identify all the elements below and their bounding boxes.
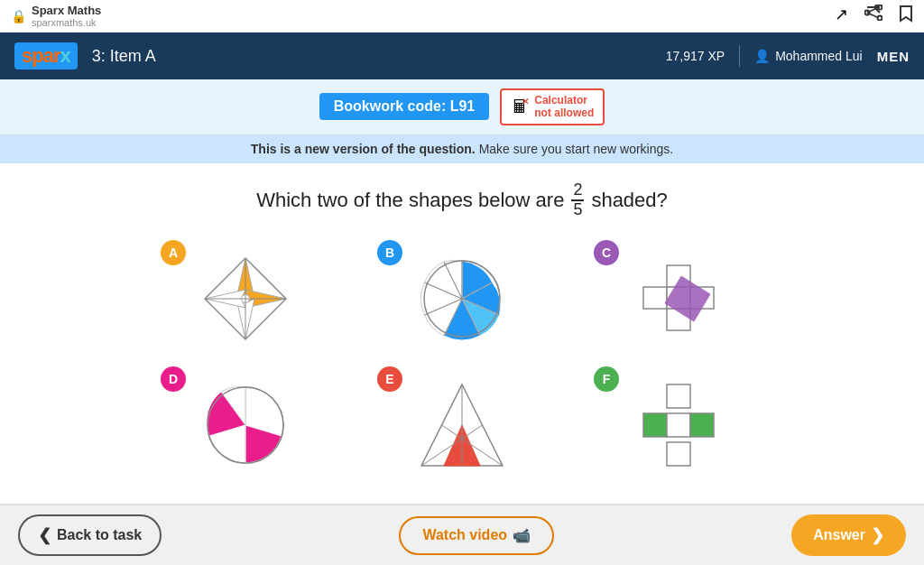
shape-b[interactable]: B [363, 240, 561, 348]
shape-a[interactable]: A [146, 240, 345, 348]
svg-rect-38 [690, 413, 714, 437]
navbar-right: 17,917 XP 👤 Mohammed Lui MEN [666, 45, 910, 67]
main-content: Which two of the shapes below are 2 5 sh… [0, 163, 924, 524]
shapes-grid: A B [146, 240, 778, 475]
calculator-status: Calculator not allowed [534, 94, 594, 120]
shape-label-d: D [161, 366, 186, 392]
lock-icon: 🔒 [11, 9, 26, 23]
shape-e[interactable]: E [363, 366, 561, 475]
fraction: 2 5 [571, 181, 584, 219]
question-part2: shaded? [591, 189, 667, 212]
arrow-left-icon: ❮ [38, 525, 51, 545]
shape-f[interactable]: F [579, 366, 778, 475]
info-bar: This is a new version of the question. M… [0, 134, 924, 163]
shape-label-b: B [377, 240, 402, 265]
user-icon: 👤 [754, 49, 770, 63]
svg-rect-23 [643, 287, 667, 309]
status-bar: 🔒 Sparx Maths sparxmaths.uk ↗ [0, 0, 924, 32]
shape-c-svg [629, 249, 728, 348]
arrow-right-icon: ❯ [871, 525, 884, 545]
navbar-left: sparx 3: Item A [14, 42, 156, 69]
shape-e-svg [412, 375, 512, 475]
app-url: sparxmaths.uk [32, 17, 101, 28]
svg-rect-35 [667, 384, 690, 408]
svg-rect-39 [667, 442, 690, 466]
bookmark-icon[interactable] [899, 5, 913, 27]
video-icon: 📹 [513, 527, 531, 544]
svg-point-2 [878, 16, 882, 21]
xp-display: 17,917 XP [666, 49, 725, 63]
back-to-task-button[interactable]: ❮ Back to task [18, 514, 162, 556]
share-icon[interactable]: ↗ [835, 5, 848, 27]
sparx-logo: sparx [14, 42, 78, 69]
menu-button[interactable]: MEN [877, 49, 910, 64]
bottom-bar: ❮ Back to task Watch video 📹 Answer ❯ [0, 504, 924, 565]
question-text: Which two of the shapes below are 2 5 sh… [18, 181, 906, 219]
shape-d[interactable]: D [146, 366, 345, 475]
navbar: sparx 3: Item A 17,917 XP 👤 Mohammed Lui… [0, 32, 924, 79]
shape-d-svg [196, 375, 295, 475]
status-bar-right: ↗ [835, 5, 913, 27]
svg-rect-37 [667, 413, 690, 437]
svg-rect-36 [643, 413, 667, 437]
info-bold: This is a new version of the question. [251, 142, 476, 156]
answer-button[interactable]: Answer ❯ [791, 514, 906, 556]
shape-f-svg [629, 375, 728, 475]
shape-a-svg [196, 249, 295, 348]
user-info: 👤 Mohammed Lui [754, 49, 863, 63]
watch-video-label: Watch video [422, 527, 507, 543]
status-bar-left: 🔒 Sparx Maths sparxmaths.uk [11, 4, 101, 28]
shape-b-svg [412, 249, 512, 348]
bookwork-code: Bookwork code: L91 [319, 93, 489, 120]
shape-label-c: C [594, 240, 619, 265]
shape-c[interactable]: C [579, 240, 778, 348]
shape-label-a: A [161, 240, 186, 265]
fraction-numerator: 2 [571, 181, 584, 201]
user-name: Mohammed Lui [775, 49, 863, 63]
fraction-denominator: 5 [571, 201, 584, 219]
answer-label: Answer [813, 527, 865, 543]
question-part1: Which two of the shapes below are [256, 189, 564, 212]
app-name: Sparx Maths [32, 4, 101, 17]
share-icon2[interactable] [864, 5, 882, 27]
shape-label-e: E [377, 366, 402, 392]
bookwork-bar: Bookwork code: L91 🖩 ✕ Calculator not al… [0, 79, 924, 134]
shape-label-f: F [594, 366, 619, 392]
calculator-icon: 🖩 ✕ [511, 97, 529, 117]
calculator-badge: 🖩 ✕ Calculator not allowed [500, 88, 605, 125]
navbar-title: 3: Item A [92, 47, 156, 66]
back-button-label: Back to task [57, 527, 142, 543]
watch-video-button[interactable]: Watch video 📹 [399, 516, 554, 555]
nav-divider [739, 45, 740, 67]
info-normal: Make sure you start new workings. [476, 142, 673, 156]
